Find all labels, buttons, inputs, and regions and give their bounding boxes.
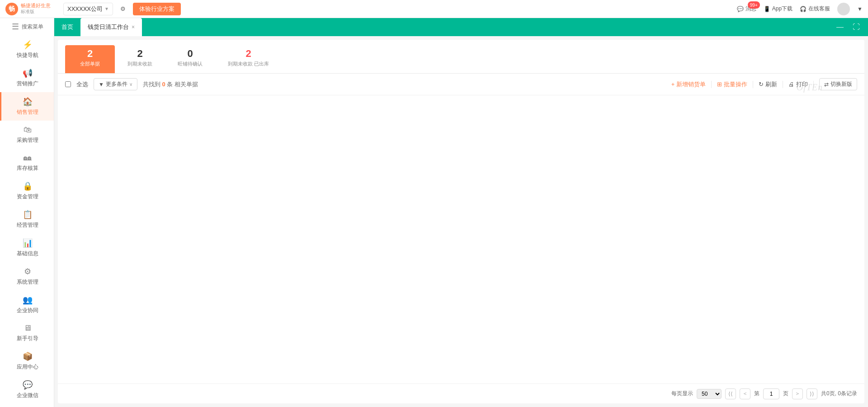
print-label: 打印 [796,80,808,89]
top-bar: 畅 畅捷通好生意 标准版 XXXXXX公司 ▼ ⚙ 体验行业方案 💬 消息 99… [0,0,868,18]
tab-bar-actions: — ⛶ [834,21,868,33]
purchase-icon: 🛍 [24,125,32,135]
basic-info-icon: 📊 [23,238,33,248]
sidebar-item-wechat-label: 企业微信 [17,392,38,399]
user-name[interactable]: ▼ [857,6,863,12]
sidebar-item-purchase-label: 采购管理 [17,136,38,144]
main-layout: ☰ 搜索菜单 ⚡ 快捷导航 📢 营销推广 🏠 销售管理 🛍 采购管理 🏘 库存核… [0,18,868,407]
table-area [58,95,864,384]
stat-tab-overdue-out[interactable]: 2 到期未收款 已出库 [215,45,282,73]
sidebar-item-basic-info-label: 基础信息 [17,250,38,257]
sidebar-item-app-center[interactable]: 📦 应用中心 [0,347,54,375]
batch-label: 批量操作 [724,80,747,89]
refresh-button[interactable]: ↻ 刷新 [759,80,777,89]
inventory-icon: 🏘 [24,153,32,163]
user-chevron-icon: ▼ [857,6,863,12]
switch-icon: ⇄ [824,81,829,88]
trial-button[interactable]: 体验行业方案 [133,3,181,15]
refresh-label: 刷新 [765,80,777,89]
page-content: 2 全部单据 2 到期未收款 0 旺铺待确认 2 到期未收款 已出库 [58,40,864,403]
stats-tabs: 2 全部单据 2 到期未收款 0 旺铺待确认 2 到期未收款 已出库 [58,40,864,74]
sidebar-item-quick-nav-label: 快捷导航 [17,51,38,59]
stat-tab-overdue[interactable]: 2 到期未收款 [115,45,165,73]
headset-icon: 🎧 [800,6,807,12]
count-suffix: 相关单据 [175,81,198,88]
stat-pending-label: 旺铺待确认 [178,61,203,67]
sidebar-item-finance-label: 资金管理 [17,193,38,201]
tab-work-bench[interactable]: 钱货日清工作台 × [80,18,142,36]
print-button[interactable]: 🖨 打印 [788,80,808,89]
filter-button[interactable]: ▼ 更多条件 ∨ [94,78,137,90]
new-order-button[interactable]: + 新增销货单 [671,80,706,89]
wechat-icon: 💬 [23,380,33,390]
tab-work-bench-label: 钱货日清工作台 [88,23,129,31]
sidebar-item-inventory-label: 库存核算 [17,164,38,172]
filter-chevron-icon: ∨ [129,82,132,87]
page-prefix: 第 [754,390,760,398]
sidebar-item-guide-label: 新手引导 [17,335,38,342]
sidebar-item-basic-info[interactable]: 📊 基础信息 [0,234,54,262]
settings-button[interactable]: ⚙ [117,3,129,15]
online-service-button[interactable]: 🎧 在线客服 [800,5,830,13]
prev-page-button[interactable]: ＜ [740,388,750,399]
divider-3 [783,81,783,88]
quick-nav-icon: ⚡ [23,40,33,50]
sidebar-item-wechat[interactable]: 💬 企业微信 [0,375,54,404]
sidebar-item-purchase[interactable]: 🛍 采购管理 [0,121,54,149]
sidebar-item-operations[interactable]: 📋 经营管理 [0,205,54,234]
sidebar-item-enterprise[interactable]: 👥 企业协同 [0,290,54,319]
sidebar-item-app-center-label: 应用中心 [17,363,38,371]
total-info: 共0页, 0条记录 [821,390,857,398]
top-bar-right: 💬 消息 99+ 📱 App下载 🎧 在线客服 ▼ [737,3,863,15]
avatar[interactable] [837,3,850,15]
download-icon: 📱 [764,6,770,12]
sidebar: ☰ 搜索菜单 ⚡ 快捷导航 📢 营销推广 🏠 销售管理 🛍 采购管理 🏘 库存核… [0,18,54,407]
last-page-button[interactable]: ⟩⟩ [807,388,817,399]
next-page-button[interactable]: ＞ [792,388,803,399]
stat-overdue-out-number: 2 [245,49,251,59]
sidebar-item-guide[interactable]: 🖥 新手引导 [0,319,54,347]
page-size-select[interactable]: 50 20 100 [697,389,722,399]
sidebar-item-member[interactable]: ✌ 畅会员 [0,404,54,407]
tab-maximize-button[interactable]: ⛶ [850,21,863,33]
stat-tab-all[interactable]: 2 全部单据 [65,45,115,73]
app-center-icon: 📦 [23,351,33,361]
top-bar-left: 畅 畅捷通好生意 标准版 XXXXXX公司 ▼ ⚙ 体验行业方案 [5,3,181,15]
page-input[interactable]: 1 [763,388,779,399]
content-area: 首页 钱货日清工作台 × — ⛶ 2 全部单据 2 到期未收款 [54,18,868,407]
first-page-button[interactable]: ⟨⟨ [725,388,736,399]
stat-overdue-number: 2 [137,49,142,59]
sidebar-item-finance[interactable]: 🔒 资金管理 [0,177,54,205]
app-download-label: App下载 [772,5,793,13]
count-unit: 条 [167,81,173,88]
stat-overdue-label: 到期未收款 [127,61,152,67]
select-all-checkbox[interactable] [65,81,71,87]
sidebar-item-marketing[interactable]: 📢 营销推广 [0,64,54,92]
stat-tab-pending[interactable]: 0 旺铺待确认 [165,45,215,73]
filter-label: 更多条件 [106,80,127,88]
tab-home[interactable]: 首页 [54,18,80,36]
divider-1 [711,81,712,88]
count-prefix: 共找到 [143,81,160,88]
logo-text: 畅捷通好生意 [21,3,51,9]
sidebar-item-system[interactable]: ⚙ 系统管理 [0,262,54,290]
app-download-button[interactable]: 📱 App下载 [764,5,793,13]
company-selector[interactable]: XXXXXX公司 ▼ [63,3,113,15]
pagination: 每页显示 50 20 100 ⟨⟨ ＜ 第 1 页 ＞ ⟩⟩ 共0页, 0条记录 [58,384,864,403]
select-all-label[interactable]: 全选 [76,80,88,89]
batch-operation-button[interactable]: ⊞ 批量操作 [717,80,747,89]
tab-minimize-button[interactable]: — [834,21,846,33]
sidebar-item-quick-nav[interactable]: ⚡ 快捷导航 [0,35,54,64]
sidebar-item-search[interactable]: ☰ 搜索菜单 [0,18,54,35]
tab-close-icon[interactable]: × [132,24,135,30]
sidebar-item-sales[interactable]: 🏠 销售管理 [0,92,54,121]
refresh-icon: ↻ [759,81,764,88]
switch-version-button[interactable]: ⇄ 切换新版 [819,78,857,90]
toolbar-right: + 新增销货单 ⊞ 批量操作 ↻ 刷新 🖨 打印 [671,78,857,90]
sidebar-item-system-label: 系统管理 [17,278,38,286]
stat-all-label: 全部单据 [80,61,100,67]
message-button[interactable]: 💬 消息 99+ [737,5,756,13]
sidebar-item-inventory[interactable]: 🏘 库存核算 [0,149,54,177]
filter-icon: ▼ [99,81,104,88]
page-suffix: 页 [783,390,788,398]
